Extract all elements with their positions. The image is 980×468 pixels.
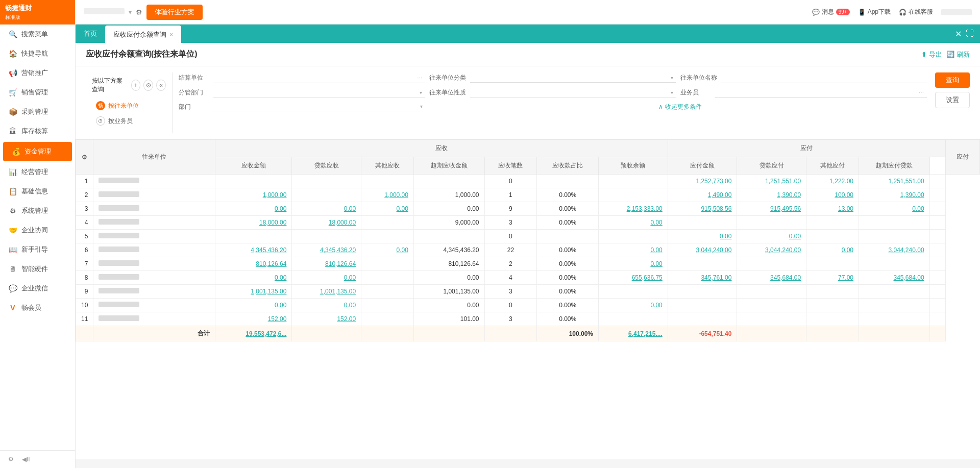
sidebar-item-purchase[interactable]: 📦 采购管理	[0, 102, 75, 121]
row-rec-amount-7[interactable]: 810,126.64	[215, 257, 292, 271]
settings-button[interactable]: 设置	[935, 92, 970, 108]
promo-button[interactable]: 体验行业方案	[146, 5, 203, 20]
field-salesperson: 业务员 ···	[680, 87, 927, 98]
query-button[interactable]: 查询	[935, 72, 970, 88]
row-other-rec-3[interactable]: 0.00	[361, 202, 414, 216]
row-overdue-pay-2[interactable]: 1,390.00	[859, 188, 929, 202]
partner-category-select[interactable]: ▾	[470, 73, 676, 83]
row-other-rec-2[interactable]: 1,000.00	[361, 188, 414, 202]
row-advance-bal-3[interactable]: 2,153,333.00	[599, 202, 668, 216]
collapse-more-btn[interactable]: ∧ 收起更多条件	[658, 103, 702, 111]
row-loan-pay-1[interactable]: 1,251,551.00	[737, 175, 806, 188]
th-settings[interactable]: ⚙	[76, 140, 93, 175]
row-other-pay-8[interactable]: 77.00	[806, 271, 859, 285]
sidebar-item-operations[interactable]: 📊 经营管理	[0, 162, 75, 182]
message-btn[interactable]: 💬 消息 99+	[812, 8, 850, 16]
footer-rec-count	[484, 326, 537, 341]
filter-by-salesperson[interactable]: ⏱ 按业务员	[92, 113, 166, 129]
app-download-btn[interactable]: 📱 App下载	[858, 8, 891, 16]
row-other-pay-6[interactable]: 0.00	[806, 243, 859, 257]
row-advance-bal-8[interactable]: 655,636.75	[599, 271, 668, 285]
row-other-pay-3[interactable]: 13.00	[806, 202, 859, 216]
sidebar-item-finance[interactable]: 💰 资金管理	[3, 142, 72, 161]
row-overdue-pay-1[interactable]: 1,251,551.00	[859, 175, 929, 188]
sidebar-item-hardware[interactable]: 🖥 智能硬件	[0, 259, 75, 279]
sidebar-item-collab[interactable]: 🤝 企业协同	[0, 220, 75, 240]
salesperson-input[interactable]: ···	[715, 87, 927, 98]
data-table-container[interactable]: ⚙ 往来单位 应收 应付 应付 应收金额 贷款应收 其他应收 超期应收金额 应收…	[76, 139, 980, 459]
tab-home[interactable]: 首页	[76, 24, 105, 43]
row-loan-rec-3[interactable]: 0.00	[292, 202, 361, 216]
row-advance-bal-7[interactable]: 0.00	[599, 257, 668, 271]
row-rec-amount-9[interactable]: 1,001,135.00	[215, 285, 292, 299]
row-pay-amount-1[interactable]: 1,252,773.00	[668, 175, 737, 188]
sidebar-item-inventory[interactable]: 🏛 库存核算	[0, 121, 75, 141]
sidebar-item-basic-info[interactable]: 📋 基础信息	[0, 182, 75, 201]
user-avatar[interactable]	[941, 9, 972, 15]
row-overdue-pay-8[interactable]: 345,684.00	[859, 271, 929, 285]
dept-select[interactable]: ▾	[213, 88, 425, 97]
row-pay-amount-8[interactable]: 345,761.00	[668, 271, 737, 285]
partner-name-input[interactable]	[721, 72, 927, 83]
row-rec-amount-8[interactable]: 0.00	[215, 271, 292, 285]
sidebar-item-sales[interactable]: 🛒 销售管理	[0, 83, 75, 102]
row-loan-pay-5[interactable]: 0.00	[737, 230, 806, 243]
export-btn[interactable]: ⬆ 导出	[921, 50, 942, 59]
row-loan-rec-6[interactable]: 4,345,436.20	[292, 243, 361, 257]
refresh-btn[interactable]: 🔄 刷新	[946, 50, 970, 59]
row-loan-rec-7[interactable]: 810,126.64	[292, 257, 361, 271]
sidebar-settings-btn[interactable]: ⚙	[8, 456, 14, 463]
sidebar-collapse-btn[interactable]: ◀II	[22, 456, 30, 463]
sidebar-item-guide[interactable]: 📖 新手引导	[0, 240, 75, 259]
row-loan-rec-11[interactable]: 152.00	[292, 312, 361, 326]
sidebar-item-wechat[interactable]: 💬 企业微信	[0, 279, 75, 298]
row-rec-amount-11[interactable]: 152.00	[215, 312, 292, 326]
footer-advance-bal[interactable]: 6,417,215....	[599, 326, 668, 341]
topbar-gear-btn[interactable]: ⚙	[136, 8, 142, 16]
row-advance-bal-10[interactable]: 0.00	[599, 299, 668, 312]
row-loan-pay-8[interactable]: 345,684.00	[737, 271, 806, 285]
row-advance-bal-4[interactable]: 0.00	[599, 216, 668, 230]
footer-rec-amount[interactable]: 19,553,472,6...	[215, 326, 292, 341]
collapse-scheme-btn[interactable]: «	[156, 80, 166, 91]
sidebar-item-marketing[interactable]: 📢 营销推广	[0, 63, 75, 83]
filter-by-partner[interactable]: 畅 按往来单位	[92, 98, 166, 113]
partner-nature-select[interactable]: ▾	[470, 88, 676, 97]
department-select[interactable]: ▾	[213, 102, 426, 111]
tab-receivable-query[interactable]: 应收应付余额查询 ×	[105, 26, 181, 44]
settlement-unit-input[interactable]: ···	[213, 72, 425, 83]
sidebar-item-member[interactable]: V 畅会员	[0, 298, 75, 317]
row-loan-pay-2[interactable]: 1,390.00	[737, 188, 806, 202]
row-pay-amount-3[interactable]: 915,508.56	[668, 202, 737, 216]
row-loan-rec-10[interactable]: 0.00	[292, 299, 361, 312]
sidebar-item-system[interactable]: ⚙ 系统管理	[0, 201, 75, 220]
row-pay-amount-6[interactable]: 3,044,240.00	[668, 243, 737, 257]
row-rec-amount-3[interactable]: 0.00	[215, 202, 292, 216]
window-close-btn[interactable]: ✕	[955, 29, 962, 39]
row-other-pay-2[interactable]: 100.00	[806, 188, 859, 202]
row-rec-amount-4[interactable]: 18,000.00	[215, 216, 292, 230]
row-pay-amount-2[interactable]: 1,490.00	[668, 188, 737, 202]
row-pay-amount-5[interactable]: 0.00	[668, 230, 737, 243]
row-overdue-pay-6[interactable]: 3,044,240.00	[859, 243, 929, 257]
row-other-pay-1[interactable]: 1,222.00	[806, 175, 859, 188]
service-btn[interactable]: 🎧 在线客服	[899, 8, 933, 16]
topbar-dropdown-btn[interactable]: ▾	[129, 9, 132, 16]
sidebar-item-search[interactable]: 🔍 搜索菜单	[0, 24, 75, 44]
row-other-rec-6[interactable]: 0.00	[361, 243, 414, 257]
row-loan-pay-3[interactable]: 915,495.56	[737, 202, 806, 216]
edit-scheme-btn[interactable]: ⊙	[143, 80, 153, 91]
row-advance-bal-6[interactable]: 0.00	[599, 243, 668, 257]
row-loan-rec-4[interactable]: 18,000.00	[292, 216, 361, 230]
add-scheme-btn[interactable]: +	[131, 80, 141, 91]
row-loan-rec-8[interactable]: 0.00	[292, 271, 361, 285]
row-rec-amount-6[interactable]: 4,345,436.20	[215, 243, 292, 257]
row-overdue-pay-3[interactable]: 0.00	[859, 202, 929, 216]
row-rec-amount-10[interactable]: 0.00	[215, 299, 292, 312]
row-loan-pay-6[interactable]: 3,044,240.00	[737, 243, 806, 257]
window-expand-btn[interactable]: ⛶	[966, 29, 974, 38]
row-loan-rec-9[interactable]: 1,001,135.00	[292, 285, 361, 299]
tab-close-btn[interactable]: ×	[169, 31, 173, 38]
row-rec-amount-2[interactable]: 1,000.00	[215, 188, 292, 202]
sidebar-item-nav[interactable]: 🏠 快捷导航	[0, 44, 75, 63]
